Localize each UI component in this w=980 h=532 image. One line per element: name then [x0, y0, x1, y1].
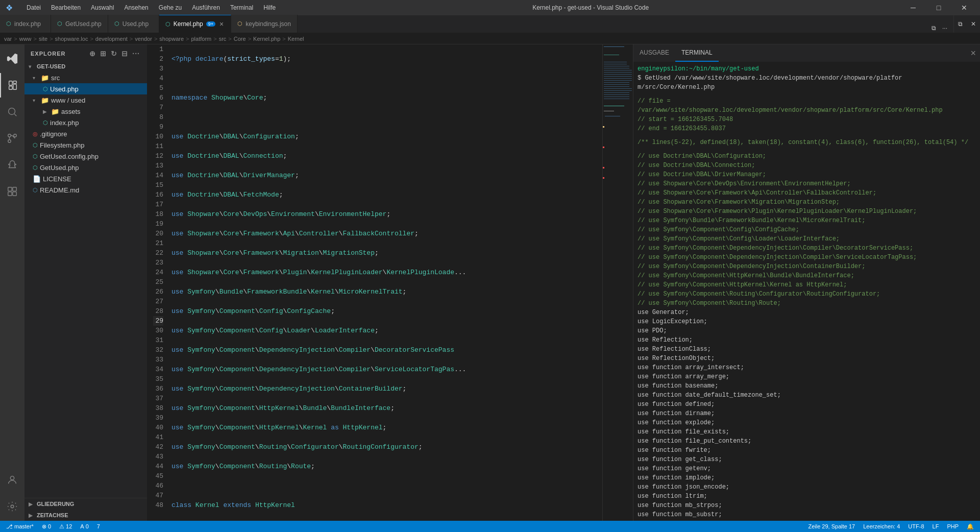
breadcrumb-var[interactable]: var — [4, 36, 12, 42]
breadcrumb-www[interactable]: www — [19, 36, 32, 42]
terminal-cmd-text: $ GetUsed /var/www/site/shopware.loc/dev… — [638, 74, 902, 92]
panel-close-button[interactable]: ⧉ — [954, 20, 967, 28]
tree-readme-md[interactable]: ⬡ README.md — [24, 184, 147, 196]
tree-file-label: Used.php — [50, 85, 79, 93]
count-status[interactable]: 7 — [95, 523, 102, 529]
language-label: PHP — [947, 523, 959, 529]
tree-gitignore[interactable]: ◎ .gitignore — [24, 128, 147, 139]
sep: > — [154, 36, 157, 42]
panel-content[interactable]: engineypsilon:~/bin/many/get-used$ GetUs… — [633, 62, 980, 521]
panel-tab-ausgabe[interactable]: AUSGABE — [633, 44, 675, 62]
git-branch-status[interactable]: ⎇ master* — [4, 523, 36, 530]
line-ending[interactable]: LF — [930, 523, 941, 529]
breadcrumb-vendor[interactable]: vendor — [135, 36, 152, 42]
new-folder-button[interactable]: ⊞ — [99, 49, 108, 59]
minimize-button[interactable]: ─ — [901, 0, 925, 15]
tab-close-button[interactable]: × — [218, 19, 225, 29]
tree-filesystem-php[interactable]: ⬡ Filesystem.php — [24, 139, 147, 151]
cursor-position[interactable]: Zeile 29, Spalte 17 — [806, 523, 857, 529]
tab-badge: 9+ — [206, 21, 215, 27]
breadcrumb-src[interactable]: src — [219, 36, 227, 42]
menu-datei[interactable]: Datei — [22, 3, 45, 12]
panel-close-button[interactable]: × — [966, 48, 980, 59]
tree-assets-folder[interactable]: ▶ 📁 assets — [24, 106, 147, 117]
breadcrumb-shopware[interactable]: shopware — [159, 36, 184, 42]
tree-index-php[interactable]: ⬡ index.php — [24, 117, 147, 128]
info-status[interactable]: A 0 — [78, 523, 90, 529]
tree-used-php[interactable]: ⬡ Used.php — [24, 83, 147, 94]
expand-arrow: ▾ — [33, 98, 39, 103]
breadcrumb-core[interactable]: Core — [234, 36, 246, 42]
editor-content[interactable]: 1234 5678 9101112 13141516 17181920 2122… — [147, 44, 633, 521]
collapse-all-button[interactable]: ⊟ — [120, 49, 129, 59]
svg-rect-25 — [604, 74, 632, 75]
errors-status[interactable]: ⊗ 0 — [40, 523, 53, 530]
indentation-label: Leerzeichen: 4 — [863, 523, 900, 529]
new-file-button[interactable]: ⊕ — [88, 49, 97, 59]
tree-www-used-folder[interactable]: ▾ 📁 www / used — [24, 94, 147, 106]
breadcrumb-site[interactable]: site — [39, 36, 47, 42]
activity-search-button[interactable] — [0, 100, 24, 124]
out-25: use function array_merge; — [638, 372, 976, 381]
encoding[interactable]: UTF-8 — [906, 523, 926, 529]
breadcrumb-shopware-loc[interactable]: shopware.loc — [55, 36, 88, 42]
breadcrumb-development[interactable]: development — [95, 36, 128, 42]
notifications[interactable]: 🔔 — [965, 523, 976, 530]
refresh-button[interactable]: ↻ — [110, 49, 118, 59]
tab-index-php[interactable]: ⬡ index.php — [0, 15, 51, 33]
out-20: use PDO; — [638, 326, 976, 335]
activity-settings-button[interactable] — [0, 494, 24, 519]
svg-rect-35 — [604, 94, 629, 95]
tab-getused-php[interactable]: ⬡ GetUsed.php — [51, 15, 108, 33]
breadcrumb-platform[interactable]: platform — [191, 36, 211, 42]
tab-used-php[interactable]: ⬡ Used.php — [108, 15, 159, 33]
tab-kernel-php[interactable]: ⬡ Kernel.php 9+ × — [159, 15, 232, 33]
git-branch-label: master* — [14, 523, 34, 529]
more-actions-button[interactable]: ··· — [940, 23, 949, 33]
menu-hilfe[interactable]: Hilfe — [259, 3, 280, 12]
svg-rect-23 — [604, 70, 632, 70]
tree-license[interactable]: 📄 LICENSE — [24, 173, 147, 184]
menu-gehe-zu[interactable]: Gehe zu — [155, 3, 186, 12]
panel-collapse-button[interactable]: ✕ — [967, 20, 980, 28]
tree-getused-config-php[interactable]: ⬡ GetUsed.config.php — [24, 151, 147, 162]
minimap[interactable] — [602, 44, 633, 521]
warning-count: 12 — [66, 523, 72, 529]
sep: > — [248, 36, 251, 42]
menu-auswahl[interactable]: Auswahl — [87, 3, 118, 12]
svg-rect-31 — [604, 86, 629, 87]
activity-account-button[interactable] — [0, 468, 24, 492]
tab-keybindings-json[interactable]: ⬡ keybindings.json — [231, 15, 298, 33]
folder-icon: 📁 — [41, 96, 49, 104]
menu-ansehen[interactable]: Ansehen — [120, 3, 152, 12]
close-button[interactable]: ✕ — [952, 0, 976, 15]
maximize-button[interactable]: □ — [927, 0, 950, 15]
menu-terminal[interactable]: Terminal — [226, 3, 257, 12]
menu-bearbeiten[interactable]: Bearbeiten — [47, 3, 85, 12]
activity-debug-button[interactable] — [0, 153, 24, 177]
more-options-button[interactable]: ··· — [131, 49, 141, 59]
activity-explorer-button[interactable] — [0, 73, 24, 98]
panel-tab-terminal[interactable]: TERMINAL — [675, 44, 719, 62]
activity-extensions-button[interactable] — [0, 179, 24, 204]
menu-ausfuehren[interactable]: Ausführen — [188, 3, 224, 12]
indentation[interactable]: Leerzeichen: 4 — [861, 523, 902, 529]
breadcrumb-kernel-php[interactable]: Kernel.php — [253, 36, 280, 42]
activity-git-button[interactable] — [0, 126, 24, 151]
gliederung-section[interactable]: ▶ GLIEDERUNG — [24, 498, 147, 510]
breadcrumb-kernel-class[interactable]: Kernel — [288, 36, 304, 42]
code-content[interactable]: <?php declare(strict_types=1); namespace… — [167, 44, 602, 521]
svg-rect-22 — [604, 68, 629, 68]
tree-getused-php[interactable]: ⬡ GetUsed.php — [24, 162, 147, 173]
tree-root-get-used[interactable]: ▾ GET-USED — [24, 61, 147, 72]
split-editor-button[interactable]: ⧉ — [929, 23, 938, 33]
tree-src-folder[interactable]: ▾ 📁 src — [24, 72, 147, 83]
svg-point-15 — [11, 505, 14, 508]
svg-rect-11 — [13, 187, 16, 191]
zeitachse-section[interactable]: ▶ ZEITACHSE — [24, 510, 147, 521]
svg-rect-2 — [9, 86, 12, 89]
warnings-status[interactable]: ⚠ 12 — [57, 523, 74, 530]
language-mode[interactable]: PHP — [945, 523, 961, 529]
out-5: // use Shopware\Core\Framework\Api\Contr… — [638, 188, 976, 198]
out-41: use function md5; — [638, 519, 976, 521]
